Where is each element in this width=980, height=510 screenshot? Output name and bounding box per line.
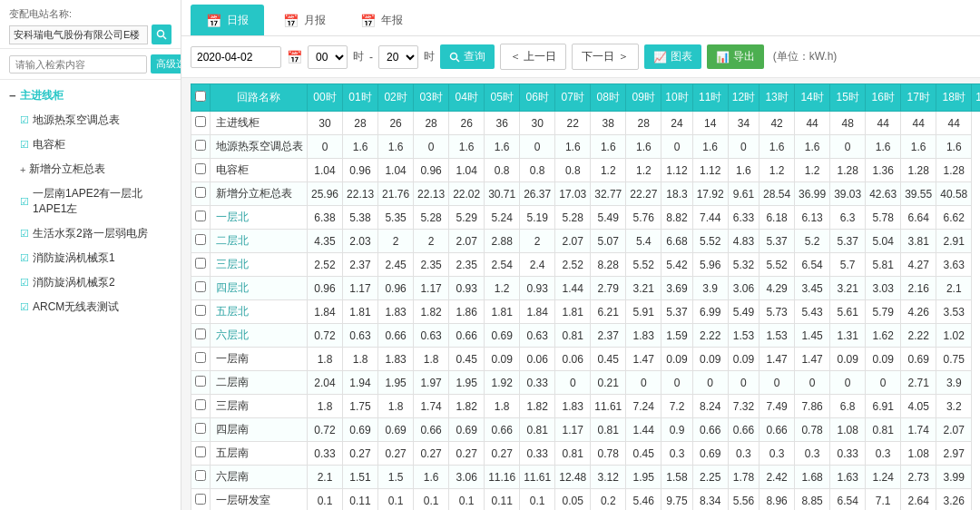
row-checkbox-cell xyxy=(191,206,211,230)
row-checkbox-cell xyxy=(191,159,211,182)
row-value-cell: 25.96 xyxy=(308,182,343,206)
row-value-cell: 2 xyxy=(414,230,449,253)
row-value-cell: 8.96 xyxy=(760,489,795,511)
search-input[interactable] xyxy=(9,55,147,74)
row-value-cell: 6.13 xyxy=(795,206,830,230)
sidebar-item-floor1-ape[interactable]: ☑ 一层南1APE2有一层北1APE1左 xyxy=(0,181,181,221)
station-search-button[interactable] xyxy=(152,25,172,44)
sidebar-item-ground-heat-ac[interactable]: ☑ 地源热泵空调总表 xyxy=(0,108,181,132)
row-checkbox[interactable] xyxy=(195,494,206,505)
row-value-cell: 5.04 xyxy=(866,230,901,253)
row-value-cell: 0 xyxy=(662,371,692,395)
row-value-cell: 17.03 xyxy=(555,182,591,206)
row-value-cell: 3.99 xyxy=(936,466,972,489)
sidebar-item-water-pump[interactable]: ☑ 生活水泵2路一层弱电房 xyxy=(0,221,181,246)
row-value-cell: 0 xyxy=(308,135,343,159)
th-18: 18时 xyxy=(936,84,972,112)
row-value-cell: 36 xyxy=(485,112,520,135)
calendar-icon: 📅 xyxy=(206,14,221,28)
row-value-cell: 0.3 xyxy=(662,442,692,466)
row-checkbox[interactable] xyxy=(195,234,206,245)
hour-end-select[interactable]: 20 xyxy=(378,45,418,69)
row-value-cell: 2.22 xyxy=(901,324,936,348)
row-value-cell: 1.51 xyxy=(343,466,378,489)
tab-daily[interactable]: 📅 日报 xyxy=(191,5,264,35)
row-name: 六层北 xyxy=(211,324,308,348)
row-value-cell: 0.33 xyxy=(520,442,555,466)
row-checkbox[interactable] xyxy=(195,211,206,221)
row-checkbox[interactable] xyxy=(195,305,206,316)
row-checkbox-cell xyxy=(191,442,211,466)
sidebar-item-arcm[interactable]: ☑ ARCM无线表测试 xyxy=(0,295,181,319)
row-value-cell: 1.83 xyxy=(555,395,591,418)
row-name-link[interactable]: 五层北 xyxy=(216,305,249,318)
row-value-cell: 0.93 xyxy=(520,277,555,300)
sidebar-search-row: 高级选择 xyxy=(0,49,181,80)
query-button[interactable]: 查询 xyxy=(440,44,495,69)
row-checkbox[interactable] xyxy=(195,187,206,198)
row-checkbox-cell xyxy=(191,489,211,511)
export-button[interactable]: 📊 导出 xyxy=(707,44,764,69)
row-value-cell: 0.8 xyxy=(520,159,555,182)
row-value-cell: 4.35 xyxy=(308,230,343,253)
row-checkbox[interactable] xyxy=(195,352,206,363)
row-value-cell: 1.44 xyxy=(626,418,662,442)
th-name: 回路名称 xyxy=(211,84,308,112)
row-checkbox[interactable] xyxy=(195,470,206,481)
row-checkbox[interactable] xyxy=(195,399,206,410)
row-name-link[interactable]: 四层北 xyxy=(216,281,249,294)
row-checkbox[interactable] xyxy=(195,329,206,339)
row-value-cell: 1.12 xyxy=(692,159,728,182)
row-value-cell: 28 xyxy=(414,112,449,135)
row-value-cell: 0.96 xyxy=(378,277,414,300)
sidebar-item-new-sub-cabinet[interactable]: + 新增分立柜总表 xyxy=(0,157,181,181)
table-row: 五层南0.330.270.270.270.270.270.330.810.780… xyxy=(191,442,981,466)
row-value-cell: 0.45 xyxy=(626,442,662,466)
prev-day-button[interactable]: ＜ 上一日 xyxy=(500,44,566,70)
row-value-cell: 0.75 xyxy=(936,348,972,371)
row-checkbox[interactable] xyxy=(195,281,206,292)
row-value-cell: 0.81 xyxy=(555,324,591,348)
row-value-cell: 2.1 xyxy=(308,466,343,489)
row-checkbox[interactable] xyxy=(195,446,206,457)
sidebar-item-fire-fan1[interactable]: ☑ 消防旋涡机械泵1 xyxy=(0,246,181,270)
row-checkbox[interactable] xyxy=(195,258,206,269)
tab-yearly[interactable]: 📅 年报 xyxy=(345,5,418,35)
sidebar-item-fire-fan2[interactable]: ☑ 消防旋涡机械泵2 xyxy=(0,270,181,295)
row-checkbox-cell xyxy=(191,112,211,135)
row-value-cell: 0.33 xyxy=(830,442,866,466)
row-value-cell: 5.35 xyxy=(378,206,414,230)
row-name: 五层北 xyxy=(211,300,308,324)
row-value-cell: 0.69 xyxy=(901,348,936,371)
check-icon: ☑ xyxy=(20,139,29,151)
sidebar-item-label: 电容柜 xyxy=(33,137,65,152)
sidebar-item-elec-cabinet[interactable]: ☑ 电容柜 xyxy=(0,132,181,157)
row-value-cell: 1.6 xyxy=(760,135,795,159)
row-value-cell: 1.2 xyxy=(760,159,795,182)
row-value-cell: 1.78 xyxy=(728,466,759,489)
next-day-button[interactable]: 下一日 ＞ xyxy=(572,44,638,70)
row-checkbox[interactable] xyxy=(195,140,206,151)
date-input[interactable] xyxy=(191,46,281,68)
row-value-cell: 1.6 xyxy=(555,135,591,159)
chart-button[interactable]: 📈 图表 xyxy=(644,44,701,69)
row-value-cell: 4.83 xyxy=(728,230,759,253)
sidebar-item-main-line[interactable]: − 主进线柜 xyxy=(0,83,181,108)
row-name-link[interactable]: 一层北 xyxy=(216,211,249,223)
advanced-select-button[interactable]: 高级选择 xyxy=(151,54,181,74)
row-checkbox[interactable] xyxy=(195,116,206,127)
row-value-cell: 2 xyxy=(378,230,414,253)
select-all-checkbox[interactable] xyxy=(195,91,206,102)
row-checkbox[interactable] xyxy=(195,376,206,387)
row-value-cell: 2.25 xyxy=(692,466,728,489)
row-value-cell: 0.1 xyxy=(308,489,343,511)
row-name-link[interactable]: 二层北 xyxy=(216,234,249,247)
hour-start-select[interactable]: 00 xyxy=(308,45,348,69)
tab-monthly[interactable]: 📅 月报 xyxy=(268,5,341,35)
row-value-cell: 0.96 xyxy=(343,159,378,182)
row-checkbox[interactable] xyxy=(195,163,206,174)
row-name-link[interactable]: 六层北 xyxy=(216,329,249,341)
row-value-cell: 2.04 xyxy=(308,371,343,395)
row-name-link[interactable]: 三层北 xyxy=(216,258,249,270)
row-checkbox[interactable] xyxy=(195,423,206,434)
